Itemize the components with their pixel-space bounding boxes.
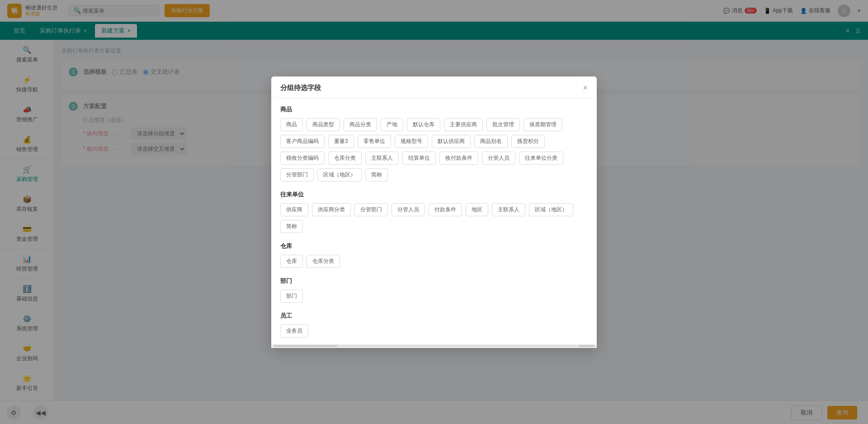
field-select-modal: 分组待选字段 × 商品 商品 商品类型 商品分类 产地 默认仓库 主要供应商 批… (271, 76, 597, 348)
field-tag[interactable]: 简称 (280, 220, 303, 233)
section-partner-tags: 供应商 供应商分类 分管部门 分管人员 付款条件 地区 主联系人 区域（地区） … (280, 203, 588, 233)
section-warehouse-title: 仓库 (280, 242, 588, 250)
section-warehouse-tags: 仓库 仓库分类 (280, 255, 588, 268)
field-tag[interactable]: 客户商品编码 (280, 135, 325, 148)
field-tag[interactable]: 业务员 (280, 324, 308, 338)
field-tag[interactable]: 主联系人 (365, 152, 399, 165)
field-tag[interactable]: 默认供应商 (432, 135, 471, 148)
field-tag[interactable]: 批次管理 (486, 118, 520, 131)
field-tag[interactable]: 分管部门 (280, 168, 314, 181)
field-tag[interactable]: 默认仓库 (407, 118, 440, 131)
scrollbar-thumb-left (273, 345, 337, 347)
modal-close-button[interactable]: × (583, 84, 588, 92)
field-tag[interactable]: 供应商 (280, 203, 308, 216)
field-tag[interactable]: 商品别名 (474, 135, 508, 148)
field-tag[interactable]: 分管人员 (482, 152, 515, 165)
modal-horizontal-scrollbar[interactable] (271, 344, 597, 348)
field-tag[interactable]: 零售单位 (358, 135, 391, 148)
field-tag[interactable]: 部门 (280, 290, 303, 303)
section-goods-tags: 商品 商品类型 商品分类 产地 默认仓库 主要供应商 批次管理 保质期管理 客户… (280, 118, 588, 181)
field-tag[interactable]: 规格型号 (395, 135, 428, 148)
section-partner-title: 往来单位 (280, 191, 588, 199)
field-tag[interactable]: 结算单位 (402, 152, 436, 165)
section-partner: 往来单位 供应商 供应商分类 分管部门 分管人员 付款条件 地区 主联系人 区域… (280, 191, 588, 233)
field-tag[interactable]: 区域（地区） (317, 168, 362, 181)
section-dept-title: 部门 (280, 277, 588, 285)
modal-title: 分组待选字段 (280, 84, 321, 92)
field-tag[interactable]: 分管部门 (354, 203, 388, 216)
field-tag[interactable]: 区域（地区） (529, 203, 573, 216)
field-tag[interactable]: 收付款条件 (439, 152, 478, 165)
section-staff-title: 员工 (280, 312, 588, 320)
section-goods-title: 商品 (280, 105, 588, 114)
field-tag[interactable]: 主要供应商 (444, 118, 483, 131)
field-tag[interactable]: 产地 (381, 118, 403, 131)
modal-header: 分组待选字段 × (271, 76, 597, 98)
field-tag[interactable]: 仓库分类 (307, 255, 340, 268)
section-staff: 员工 业务员 (280, 312, 588, 338)
field-tag[interactable]: 仓库分类 (328, 152, 362, 165)
field-tag[interactable]: 重量3 (328, 135, 354, 148)
modal-body: 商品 商品 商品类型 商品分类 产地 默认仓库 主要供应商 批次管理 保质期管理… (271, 98, 597, 344)
modal-overlay: 分组待选字段 × 商品 商品 商品类型 商品分类 产地 默认仓库 主要供应商 批… (0, 0, 868, 424)
field-tag[interactable]: 分管人员 (392, 203, 425, 216)
field-tag[interactable]: 税收分类编码 (280, 152, 325, 165)
field-tag[interactable]: 主联系人 (492, 203, 525, 216)
section-goods: 商品 商品 商品类型 商品分类 产地 默认仓库 主要供应商 批次管理 保质期管理… (280, 105, 588, 181)
field-tag[interactable]: 简称 (365, 168, 388, 181)
scrollbar-thumb-right (579, 345, 595, 347)
section-dept-tags: 部门 (280, 290, 588, 303)
field-tag[interactable]: 往来单位分类 (519, 152, 563, 165)
field-tag[interactable]: 商品 (280, 118, 303, 131)
section-warehouse: 仓库 仓库 仓库分类 (280, 242, 588, 268)
field-tag[interactable]: 仓库 (280, 255, 303, 268)
section-staff-tags: 业务员 (280, 324, 588, 338)
field-tag[interactable]: 商品分类 (344, 118, 377, 131)
field-tag[interactable]: 保质期管理 (524, 118, 562, 131)
field-tag[interactable]: 供应商分类 (312, 203, 351, 216)
section-dept: 部门 部门 (280, 277, 588, 303)
field-tag[interactable]: 商品类型 (307, 118, 340, 131)
field-tag[interactable]: 地区 (466, 203, 488, 216)
field-tag[interactable]: 拣货积分 (511, 135, 545, 148)
field-tag[interactable]: 付款条件 (429, 203, 462, 216)
